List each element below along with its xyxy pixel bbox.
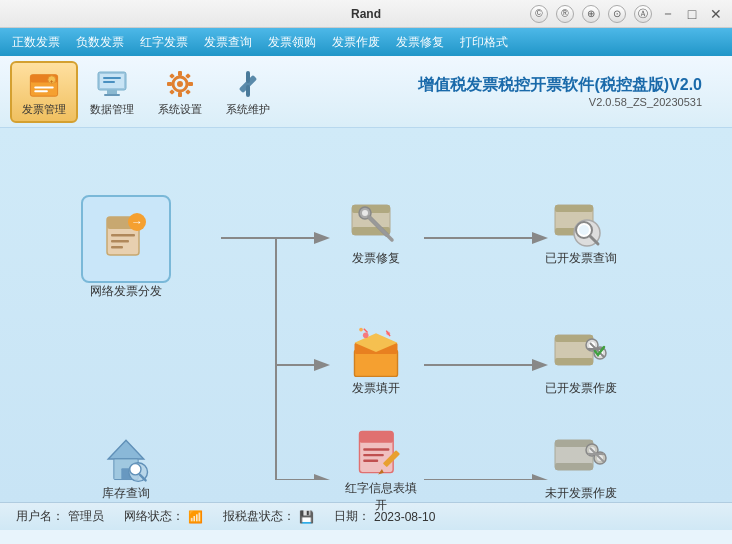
toolbar-sys-maint-label: 系统维护 [226,102,270,117]
status-user: 用户名： 管理员 [16,508,104,525]
icon-circle-dot[interactable]: ⊙ [608,5,626,23]
svg-rect-20 [185,73,191,79]
svg-point-58 [359,327,363,331]
icon-circle-a[interactable]: Ⓐ [634,5,652,23]
svg-rect-77 [359,431,393,442]
svg-rect-14 [178,71,182,76]
node-issued-void-label: 已开发票作废 [545,380,617,397]
svg-rect-17 [188,82,193,86]
svg-point-51 [579,225,589,235]
icon-copyright[interactable]: © [530,5,548,23]
invoice-mgr-icon: + [26,67,62,102]
svg-rect-24 [246,85,250,97]
node-network-dispatch[interactable]: → 网络发票分发 [81,195,171,300]
status-network-label: 网络状态： [124,508,184,525]
toolbar-data-mgr-label: 数据管理 [90,102,134,117]
main-content: → 网络发票分发 发票修复 [0,128,732,502]
menu-invoice-repair[interactable]: 发票修复 [388,30,452,55]
icon-circle-plus[interactable]: ⊕ [582,5,600,23]
title-bar-icons: © ® ⊕ ⊙ Ⓐ － □ ✕ [530,5,724,23]
node-red-info-fill-label: 红字信息表填 开 [345,480,417,514]
svg-rect-63 [555,358,593,365]
svg-text:+: + [50,77,54,83]
invoice-fill-icon-box [347,325,405,380]
svg-rect-3 [34,90,48,92]
toolbar-data-mgr[interactable]: 数据管理 [78,61,146,123]
node-invoice-fill[interactable]: 发票填开 [331,325,421,397]
unissued-void-icon-box [552,430,610,485]
svg-rect-10 [103,77,121,79]
toolbar: + 发票管理 数据管理 [0,56,732,128]
stock-query-icon [97,429,155,487]
svg-marker-70 [108,440,144,459]
svg-rect-36 [111,246,123,249]
node-issued-query[interactable]: 已开发票查询 [536,195,626,267]
status-taxdisk-label: 报税盘状态： [223,508,295,525]
status-taxdisk-icon: 💾 [299,510,314,524]
sys-settings-icon [162,66,198,102]
sys-maint-icon [230,66,266,102]
minimize-button[interactable]: － [660,6,676,22]
icon-registered[interactable]: ® [556,5,574,23]
menu-invoice-void[interactable]: 发票作废 [324,30,388,55]
menu-bar: 正数发票 负数发票 红字发票 发票查询 发票领购 发票作废 发票修复 打印格式 [0,28,732,56]
data-mgr-icon [94,66,130,102]
toolbar-invoice-mgr[interactable]: + 发票管理 [10,61,78,123]
flow-diagram: → 网络发票分发 发票修复 [26,150,706,480]
menu-red-invoice[interactable]: 红字发票 [132,30,196,55]
menu-invoice-purchase[interactable]: 发票领购 [260,30,324,55]
stock-query-icon-box [97,430,155,485]
node-red-info-fill[interactable]: 红字信息表填 开 [331,425,431,514]
svg-rect-53 [354,350,397,376]
node-unissued-void[interactable]: 未开发票作废 [536,430,626,502]
node-network-dispatch-label: 网络发票分发 [90,283,162,300]
status-network: 网络状态： 📶 [124,508,203,525]
menu-negative-invoice[interactable]: 负数发票 [68,30,132,55]
status-network-icon: 📶 [188,510,203,524]
svg-rect-35 [111,240,129,243]
invoice-repair-icon [347,195,405,250]
issued-query-icon [552,195,610,250]
issued-query-icon-box [552,195,610,250]
node-stock-query-label: 库存查询 [102,485,150,502]
toolbar-sys-maint[interactable]: 系统维护 [214,61,282,123]
menu-print-format[interactable]: 打印格式 [452,30,516,55]
svg-point-13 [177,81,183,87]
status-user-value: 管理员 [68,508,104,525]
svg-rect-23 [246,71,250,83]
svg-rect-16 [167,82,172,86]
node-invoice-repair[interactable]: 发票修复 [331,195,421,267]
node-invoice-fill-label: 发票填开 [352,380,400,397]
svg-rect-47 [555,205,593,212]
red-info-fill-icon [352,424,410,482]
node-issued-void[interactable]: 已开发票作废 [536,325,626,397]
issued-void-icon-box [552,325,610,380]
svg-point-74 [130,463,141,474]
maximize-button[interactable]: □ [684,6,700,22]
title-bar: Rand © ® ⊕ ⊙ Ⓐ － □ ✕ [0,0,732,28]
toolbar-sys-settings[interactable]: 系统设置 [146,61,214,123]
svg-rect-9 [104,94,120,96]
svg-rect-34 [111,234,135,237]
node-issued-query-label: 已开发票查询 [545,250,617,267]
svg-rect-2 [34,86,53,88]
node-stock-query[interactable]: 库存查询 [81,430,171,502]
svg-line-59 [364,328,368,332]
svg-rect-79 [363,453,384,455]
svg-point-56 [363,332,369,338]
svg-rect-8 [107,90,117,94]
menu-positive-invoice[interactable]: 正数发票 [4,30,68,55]
title-bar-text: Rand [351,7,381,21]
svg-rect-15 [178,92,182,97]
status-user-label: 用户名： [16,508,64,525]
svg-rect-21 [169,89,175,95]
close-button[interactable]: ✕ [708,6,724,22]
invoice-repair-icon-box [347,195,405,250]
toolbar-invoice-mgr-label: 发票管理 [22,102,66,117]
node-unissued-void-label: 未开发票作废 [545,485,617,502]
menu-invoice-query[interactable]: 发票查询 [196,30,260,55]
app-title-sub: V2.0.58_ZS_20230531 [418,96,702,108]
svg-rect-78 [363,448,389,450]
app-title-main: 增值税发票税控开票软件(税控盘版)V2.0 [418,75,702,96]
svg-rect-80 [363,459,378,461]
